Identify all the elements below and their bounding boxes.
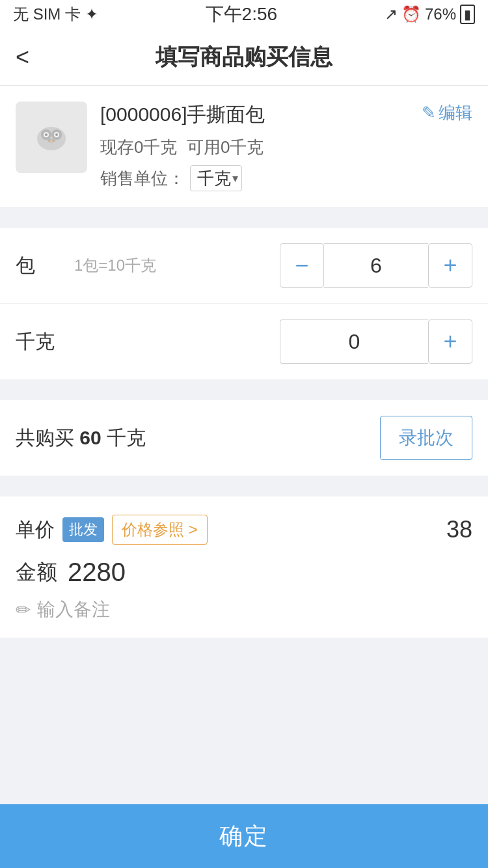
status-time: 下午2:56 [206,2,278,27]
price-section: 单价 批发 价格参照 > 38 金额 2280 ✏ 输入备注 [0,496,488,638]
price-value: 38 [446,516,472,543]
product-unit-row: 销售单位： 千克 包 [100,165,472,191]
bag-hint: 1包=10千克 [74,255,280,276]
input-section: 包 1包=10千克 − + 千克 + [0,228,488,379]
svg-point-6 [55,133,58,136]
product-card: [0000006]手撕面包 ✎ 编辑 现存0千克 可用0千克 销售单位： 千克 … [0,86,488,207]
svg-point-5 [45,133,47,136]
bag-label: 包 [16,252,68,279]
kg-plus-button[interactable]: + [428,319,472,364]
product-image [16,102,87,173]
kg-label: 千克 [16,329,68,355]
unit-select-wrapper[interactable]: 千克 包 [190,165,242,191]
total-section: 共购买 60 千克 录批次 [0,400,488,476]
unit-select[interactable]: 千克 包 [190,165,242,191]
sim-status: 无 SIM 卡 ✦ [13,4,98,25]
status-bar: 无 SIM 卡 ✦ 下午2:56 ↗ ⏰ 76% ▮ [0,0,488,29]
location-icon: ↗ [385,5,398,23]
kg-row: 千克 + [0,304,488,379]
amount-value: 2280 [68,558,126,587]
bag-plus-button[interactable]: + [428,243,472,288]
confirm-button[interactable]: 确定 [0,804,488,868]
separator-3 [0,486,488,496]
amount-label: 金额 [16,558,57,587]
product-info: [0000006]手撕面包 ✎ 编辑 现存0千克 可用0千克 销售单位： 千克 … [100,102,472,191]
price-tag: 批发 [62,517,104,542]
bag-quantity-controls: − + [280,243,472,288]
product-logo [32,118,71,157]
page-title: 填写商品购买信息 [156,42,332,72]
product-name: [0000006]手撕面包 [100,102,422,128]
back-button[interactable]: < [16,44,29,71]
product-header: [0000006]手撕面包 ✎ 编辑 [100,102,472,128]
alarm-icon: ⏰ [401,5,421,23]
status-left: 无 SIM 卡 ✦ [13,4,98,25]
amount-row: 金额 2280 [16,558,472,587]
remark-placeholder: 输入备注 [37,597,110,622]
kg-quantity-controls: + [280,319,472,364]
total-text: 共购买 60 千克 [16,425,146,452]
pencil-icon: ✏ [16,599,31,621]
battery-icon: ▮ [460,5,475,24]
battery-level: 76% [425,5,456,23]
record-batch-button[interactable]: 录批次 [380,416,472,460]
remark-row[interactable]: ✏ 输入备注 [16,597,472,622]
kg-quantity-input[interactable] [280,319,428,364]
edit-icon: ✎ [422,103,436,123]
status-right: ↗ ⏰ 76% ▮ [385,5,475,24]
nav-bar: < 填写商品购买信息 [0,29,488,86]
price-ref-button[interactable]: 价格参照 > [112,515,208,545]
price-row: 单价 批发 价格参照 > 38 [16,515,472,545]
price-label: 单价 批发 价格参照 > [16,515,208,545]
separator-1 [0,217,488,228]
product-stock: 现存0千克 可用0千克 [100,136,472,159]
edit-button[interactable]: ✎ 编辑 [422,102,472,124]
bag-quantity-input[interactable] [324,243,428,288]
bag-minus-button[interactable]: − [280,243,324,288]
bag-row: 包 1包=10千克 − + [0,228,488,304]
separator-2 [0,390,488,400]
